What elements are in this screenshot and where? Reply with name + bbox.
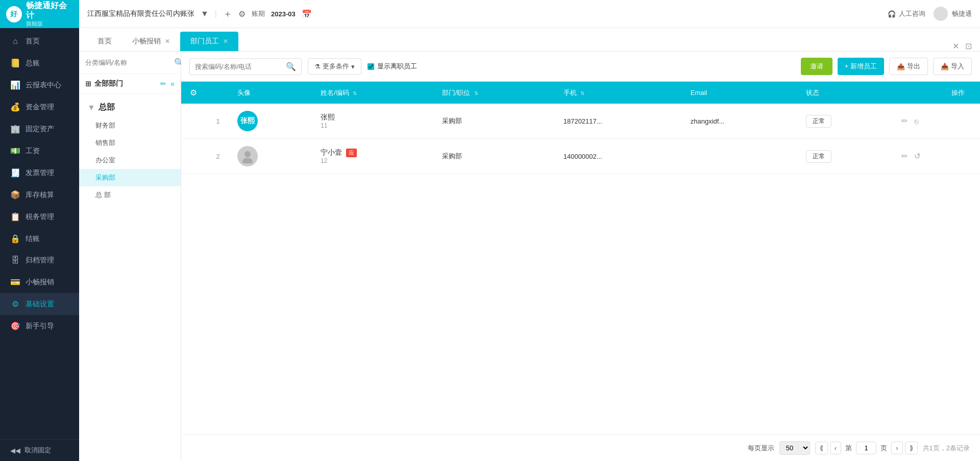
table-gear-icon[interactable]: ⚙	[190, 88, 197, 98]
phone-th[interactable]: 手机 ⇅	[556, 82, 683, 104]
assets-icon: 🏢	[10, 124, 20, 134]
inventory-icon: 📦	[10, 190, 20, 200]
tab-expense[interactable]: 小畅报销 ✕	[122, 32, 180, 51]
home-icon: ⌂	[10, 37, 20, 46]
tab-home[interactable]: 首页	[87, 32, 122, 51]
user-avatar	[934, 7, 948, 21]
dept-th[interactable]: 部门/职位 ⇅	[435, 82, 556, 104]
sidebar-item-close[interactable]: 🔒 结账	[0, 228, 79, 250]
edit-emp2-button[interactable]: ✏	[901, 152, 908, 161]
dept-search-input[interactable]	[85, 59, 171, 66]
gear-button[interactable]: ⚙	[238, 9, 246, 19]
show-resigned-input[interactable]	[368, 63, 374, 70]
edit-emp1-button[interactable]: ✏	[901, 116, 908, 126]
salary-icon: 💵	[10, 146, 20, 156]
pagination: 每页显示 50 10 20 100 ⟪ ‹ 第 页 › ⟫ 共1页，2条记录	[181, 434, 980, 461]
svg-point-1	[242, 158, 253, 163]
sidebar-item-capital[interactable]: 💰 资金管理	[0, 96, 79, 118]
dept-child-general[interactable]: 总 部	[79, 186, 181, 204]
unpin-footer[interactable]: ◀◀ 取消固定	[0, 439, 79, 461]
row2-name: 宁小壹	[321, 148, 342, 157]
headset-icon: 🎧	[888, 10, 896, 18]
dept-child-office[interactable]: 办公室	[79, 152, 181, 169]
sidebar-item-invoice[interactable]: 🧾 发票管理	[0, 162, 79, 184]
reports-icon: 📊	[10, 80, 20, 90]
close-all-tabs-button[interactable]: ✕	[952, 41, 959, 51]
sidebar-item-ledger[interactable]: 📒 总账	[0, 52, 79, 74]
show-resigned-checkbox[interactable]: 显示离职员工	[368, 62, 417, 71]
service-button[interactable]: 🎧 人工咨询	[888, 9, 925, 18]
company-dropdown[interactable]: ▼	[201, 9, 209, 18]
name-sort-icon: ⇅	[353, 90, 357, 96]
app-name: 畅捷通好会计	[26, 1, 73, 20]
row1-email: zhangxidf...	[683, 104, 799, 139]
export-button[interactable]: 📤 导出	[889, 58, 928, 75]
sidebar-item-tax[interactable]: 📋 税务管理	[0, 206, 79, 228]
period-value: 2023-03	[271, 10, 296, 18]
avatar-zhang: 张熙	[237, 111, 258, 131]
main-area: 江西服宝精品有限责任公司内账张 ▼ | ＋ ⚙ 账期 2023-03 📅 🎧 人…	[79, 0, 980, 461]
prev-page-button[interactable]: ‹	[830, 442, 841, 454]
dept-child-purchase[interactable]: 采购部	[79, 169, 181, 186]
first-page-button[interactable]: ⟪	[815, 442, 828, 454]
email-th: Email	[683, 82, 799, 104]
sidebar-item-inventory[interactable]: 📦 库存核算	[0, 184, 79, 206]
dept-parent-zongbu[interactable]: ▼ 总部	[79, 98, 181, 117]
add-company-button[interactable]: ＋	[223, 8, 232, 20]
user-info[interactable]: 畅捷通	[934, 7, 972, 21]
import-button[interactable]: 📥 导入	[933, 58, 972, 75]
table-row: 1 张熙 张熙 11 采购部 18720211​7...	[181, 104, 980, 139]
import-icon: 📥	[941, 63, 949, 70]
sidebar-item-assets[interactable]: 🏢 固定资产	[0, 118, 79, 140]
emp-toolbar: 🔍 ⚗ 更多条件 ▾ 显示离职员工 邀请 + 新增员工 📤 导出	[181, 52, 980, 82]
next-page-button[interactable]: ›	[891, 442, 902, 454]
page-suffix: 页	[878, 444, 889, 453]
sidebar-item-expense[interactable]: 💳 小畅报销	[0, 271, 79, 293]
dept-collapse-icon[interactable]: «	[170, 80, 175, 88]
calendar-icon[interactable]: 📅	[302, 9, 312, 19]
sidebar-item-reports[interactable]: 📊 云报表中心	[0, 74, 79, 96]
settings-icon: ⚙	[10, 299, 20, 309]
row1-actions: ✏ ⎋	[894, 104, 980, 139]
emp-search-icon[interactable]: 🔍	[286, 62, 296, 71]
sidebar-item-salary[interactable]: 💵 工资	[0, 140, 79, 162]
refresh-emp2-button[interactable]: ↺	[914, 152, 921, 161]
tab-dept-emp[interactable]: 部门员工 ✕	[180, 32, 238, 51]
sidebar-item-home[interactable]: ⌂ 首页	[0, 31, 79, 52]
sidebar-item-guide[interactable]: 🎯 新手引导	[0, 315, 79, 337]
logout-emp1-button[interactable]: ⎋	[914, 117, 919, 126]
dept-edit-icon[interactable]: ✏	[160, 80, 166, 88]
filter-button[interactable]: ⚗ 更多条件 ▾	[308, 58, 361, 75]
invite-button[interactable]: 邀请	[801, 58, 832, 75]
sidebar-item-settings[interactable]: ⚙ 基础设置	[0, 293, 79, 315]
expand-tabs-button[interactable]: ⊡	[965, 41, 972, 51]
row2-email	[683, 139, 799, 174]
collapse-arrow: ▼	[87, 103, 95, 112]
row2-code: 12	[321, 157, 428, 164]
close-expense-tab[interactable]: ✕	[165, 38, 170, 45]
ledger-icon: 📒	[10, 58, 20, 68]
num-th	[206, 82, 230, 104]
page-size-select[interactable]: 50 10 20 100	[779, 441, 810, 455]
avatar-ning	[237, 146, 258, 166]
dept-child-sales[interactable]: 销售部	[79, 134, 181, 152]
company-name: 江西服宝精品有限责任公司内账张	[87, 9, 194, 18]
dept-header-label: ⊞ 全部部门	[85, 79, 123, 88]
logo-icon: 好	[6, 6, 22, 22]
page-input[interactable]	[856, 442, 876, 454]
close-dept-tab[interactable]: ✕	[223, 38, 228, 45]
name-th[interactable]: 姓名/编码 ⇅	[313, 82, 435, 104]
last-page-button[interactable]: ⟫	[905, 442, 918, 454]
dept-child-finance[interactable]: 财务部	[79, 117, 181, 134]
dept-search-icon[interactable]: 🔍	[174, 58, 181, 67]
action-th: 操作	[894, 82, 980, 104]
dept-search-box: 🔍	[79, 52, 181, 74]
sidebar-item-archive[interactable]: 🗄 归档管理	[0, 250, 79, 271]
tax-icon: 📋	[10, 212, 20, 222]
emp-search-input[interactable]	[195, 63, 283, 70]
row1-dept: 采购部	[435, 104, 556, 139]
invoice-icon: 🧾	[10, 168, 20, 178]
add-emp-button[interactable]: + 新增员工	[838, 58, 884, 75]
archive-icon: 🗄	[10, 256, 20, 265]
dept-header-actions: ✏ «	[160, 80, 175, 88]
